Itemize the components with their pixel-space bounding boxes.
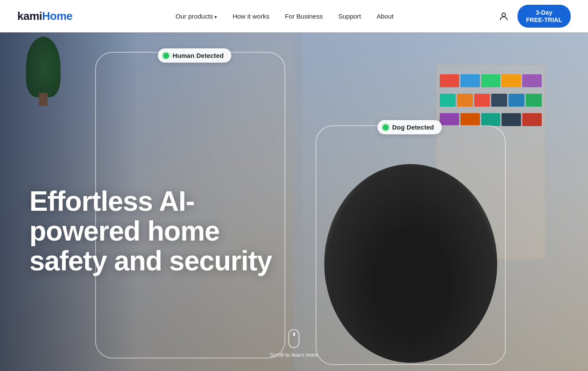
nav-link-support[interactable]: Support [338,13,361,20]
human-detection-badge: Human Detected [158,48,231,63]
book [481,74,501,87]
headline-line2: powered home [29,216,220,247]
logo-home: Home [42,10,72,22]
scroll-wheel-icon [288,329,300,348]
book [502,74,521,87]
book [474,94,490,107]
detection-indicator-dot [163,53,169,59]
trial-line2: FREE-TRIAL [526,16,562,23]
scroll-label: Scroll to learn more [270,352,319,358]
user-account-icon[interactable] [497,10,511,23]
headline-line1: Effortless AI- [29,186,195,217]
nav-links: Our products How it works For Business S… [176,13,393,20]
nav-item-support[interactable]: Support [338,13,361,20]
book [440,94,456,107]
book [440,74,459,87]
scroll-hint: Scroll to learn more [270,329,319,358]
book [522,113,542,126]
nav-item-for-business[interactable]: For Business [285,13,323,20]
nav-item-how-it-works[interactable]: How it works [233,13,269,20]
hero-section: Human Detected Dog Detected Effortless A… [0,0,588,371]
free-trial-button[interactable]: 3-Day FREE-TRIAL [518,5,571,28]
book-row-3 [440,113,542,126]
nav-item-our-products[interactable]: Our products [176,13,217,20]
book [502,113,521,126]
dog-detection-label: Dog Detected [392,124,434,131]
book [508,94,524,107]
trial-line1: 3-Day [536,9,552,16]
navbar: kamiHome Our products How it works For B… [0,0,588,32]
book [460,74,480,87]
dog-figure [324,164,497,363]
svg-point-0 [502,13,505,16]
logo[interactable]: kamiHome [17,10,73,23]
dog-detection-indicator-dot [383,124,389,130]
book [460,113,480,126]
nav-link-our-products[interactable]: Our products [176,13,217,20]
nav-link-about[interactable]: About [377,13,393,20]
logo-kami: kami [17,10,42,22]
nav-link-for-business[interactable]: For Business [285,13,323,20]
book [522,74,542,87]
hero-text-block: Effortless AI- powered home safety and s… [29,187,272,276]
scroll-wheel-dot [293,333,295,336]
headline-line3: safety and security [29,245,272,276]
book [526,94,542,107]
book [440,113,459,126]
book [491,94,507,107]
nav-link-how-it-works[interactable]: How it works [233,13,269,20]
book-row-1 [440,74,542,87]
book-row-2 [440,94,542,107]
human-detection-label: Human Detected [173,52,224,59]
hero-headline: Effortless AI- powered home safety and s… [29,187,272,276]
dog-detection-badge: Dog Detected [377,120,442,134]
book [457,94,473,107]
nav-item-about[interactable]: About [377,13,393,20]
nav-right: 3-Day FREE-TRIAL [497,5,571,28]
book [481,113,501,126]
